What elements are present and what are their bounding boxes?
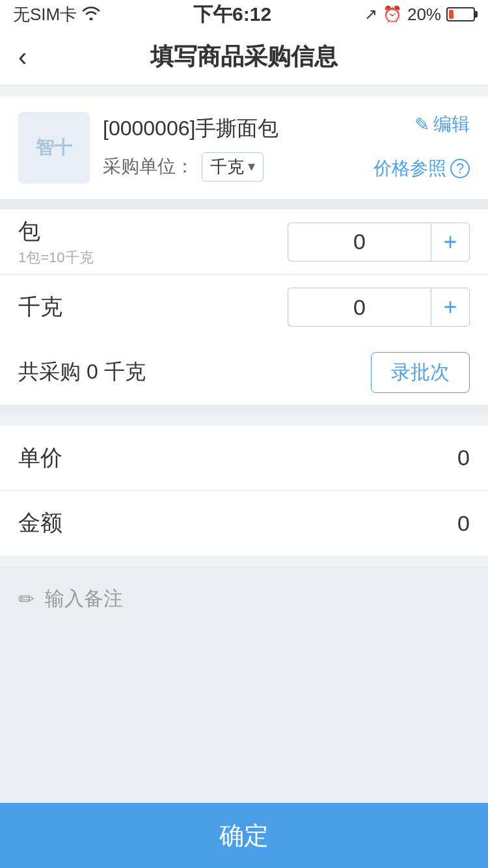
edit-button[interactable]: ✎ 编辑 [414, 112, 470, 137]
carrier-text: 无SIM卡 [13, 3, 77, 26]
status-bar-right: ↗ ⏰ 20% [364, 5, 475, 25]
notes-section[interactable]: ✏ 输入备注 [0, 566, 488, 631]
wifi-icon [82, 5, 100, 25]
amount-value: 0 [457, 511, 470, 536]
amount-row: 金额 0 [0, 491, 488, 556]
alarm-icon: ⏰ [383, 5, 402, 23]
batch-record-button[interactable]: 录批次 [371, 352, 470, 393]
battery-icon [446, 7, 475, 21]
unit-price-label: 单价 [18, 443, 62, 473]
kg-quantity-input[interactable] [288, 288, 431, 327]
price-ref-label: 价格参照 [373, 156, 446, 181]
amount-label: 金额 [18, 508, 62, 538]
bao-quantity-input[interactable] [288, 223, 431, 262]
confirm-bar[interactable]: 确定 [0, 803, 488, 868]
unit-label: 采购单位： [103, 154, 194, 179]
edit-pencil-icon: ✎ [414, 114, 429, 135]
unit-dropdown[interactable]: 千克 ▾ [202, 152, 264, 182]
dropdown-arrow-icon: ▾ [248, 158, 255, 175]
bao-input-row: 包 1包=10千克 + [0, 210, 488, 275]
status-bar-time: 下午6:12 [193, 1, 271, 28]
pencil-icon: ✏ [18, 588, 34, 610]
summary-row: 共采购 0 千克 录批次 [0, 340, 488, 405]
quantity-section: 包 1包=10千克 + 千克 + [0, 210, 488, 340]
product-thumbnail: 智十 [18, 112, 90, 183]
price-section: 单价 0 金额 0 [0, 426, 488, 556]
section-divider-1 [0, 199, 488, 210]
status-bar-left: 无SIM卡 [13, 3, 100, 26]
status-bar: 无SIM卡 下午6:12 ↗ ⏰ 20% [0, 0, 488, 29]
edit-label: 编辑 [433, 112, 470, 137]
bao-plus-button[interactable]: + [431, 223, 470, 262]
kg-label: 千克 [18, 292, 62, 322]
product-card: 智十 [0000006]手撕面包 采购单位： 千克 ▾ ✎ 编辑 价格参照 ? [0, 96, 488, 199]
kg-input-row: 千克 + [0, 275, 488, 340]
kg-plus-button[interactable]: + [431, 288, 470, 327]
bao-sub-label: 1包=10千克 [18, 248, 94, 267]
location-icon: ↗ [364, 5, 377, 23]
back-button[interactable]: ‹ [18, 42, 27, 72]
notes-placeholder: 输入备注 [45, 586, 123, 612]
bao-label: 包 1包=10千克 [18, 217, 94, 267]
help-icon: ? [450, 159, 470, 178]
total-purchase-text: 共采购 0 千克 [18, 358, 146, 387]
section-divider-2 [0, 405, 488, 415]
price-reference-button[interactable]: 价格参照 ? [373, 156, 470, 181]
unit-price-row: 单价 0 [0, 426, 488, 491]
page-title: 填写商品采购信息 [150, 41, 338, 73]
kg-input-right: + [288, 288, 470, 327]
bao-input-right: + [288, 223, 470, 262]
confirm-label: 确定 [219, 819, 269, 852]
product-thumbnail-text: 智十 [36, 137, 72, 159]
nav-bar: ‹ 填写商品采购信息 [0, 29, 488, 86]
unit-price-value: 0 [457, 445, 470, 470]
battery-percentage: 20% [407, 5, 441, 25]
unit-value: 千克 [210, 156, 244, 178]
